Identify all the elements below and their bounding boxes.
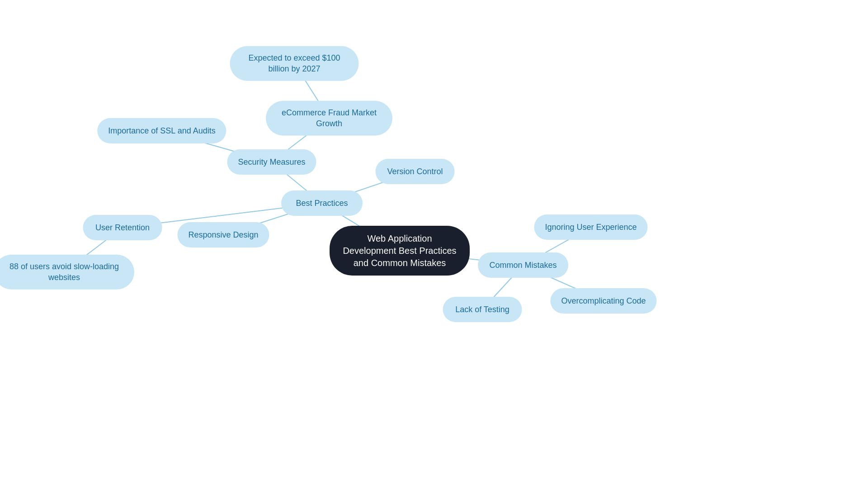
node-expected-exceed: Expected to exceed $100 billion by 2027	[230, 46, 359, 81]
node-user-retention: User Retention	[83, 215, 162, 240]
node-ecommerce-fraud: eCommerce Fraud Market Growth	[266, 101, 392, 136]
node-security-measures: Security Measures	[227, 149, 316, 175]
node-best-practices: Best Practices	[281, 190, 363, 216]
node-slow-loading: 88 of users avoid slow-loading websites	[0, 255, 134, 290]
node-overcomplicating: Overcomplicating Code	[550, 288, 656, 314]
node-responsive-design: Responsive Design	[177, 222, 269, 247]
node-root: Web Application Development Best Practic…	[330, 226, 470, 276]
mindmap-canvas: Web Application Development Best Practic…	[0, 0, 868, 490]
node-ssl-audits: Importance of SSL and Audits	[97, 118, 226, 143]
node-ignoring-ux: Ignoring User Experience	[534, 214, 647, 240]
node-version-control: Version Control	[376, 159, 455, 184]
node-lack-testing: Lack of Testing	[443, 297, 522, 322]
node-common-mistakes: Common Mistakes	[478, 252, 568, 278]
